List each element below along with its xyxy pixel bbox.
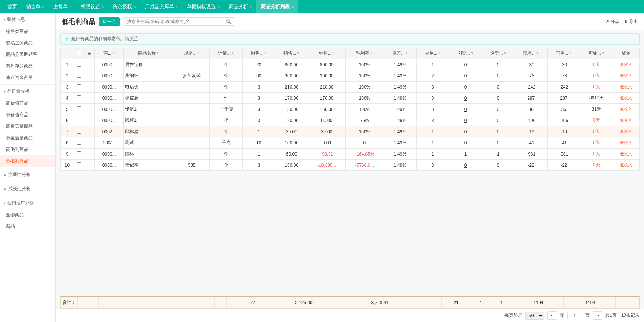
- th-cover-rate[interactable]: 覆盖...⇅: [384, 48, 416, 59]
- cell-browse1[interactable]: 0: [449, 70, 482, 82]
- nav-template-close[interactable]: ×: [217, 4, 220, 9]
- cell-checkbox[interactable]: [74, 115, 84, 126]
- nav-goods-analysis-close[interactable]: ×: [250, 4, 252, 9]
- cell-browse1[interactable]: 0: [449, 115, 482, 126]
- row-checkbox[interactable]: [77, 95, 81, 100]
- th-unit[interactable]: 计量...⇅: [210, 48, 243, 59]
- cell-browse1[interactable]: 0: [449, 93, 482, 104]
- sidebar-item-category-rate[interactable]: 商品分类助销率: [0, 49, 55, 60]
- row-checkbox[interactable]: [77, 62, 81, 67]
- nav-product-in[interactable]: 产成品入库单 ×: [141, 0, 182, 13]
- cell-name[interactable]: 鼠标垫: [124, 126, 174, 137]
- sidebar-item-traded-goods[interactable]: 交易过的商品: [0, 37, 55, 49]
- next-page-button[interactable]: ＞: [593, 311, 602, 320]
- th-saleable[interactable]: 可销...⇅: [580, 48, 613, 59]
- prev-page-button[interactable]: ＜: [547, 311, 557, 320]
- share-button[interactable]: ↗ 分享: [605, 19, 619, 25]
- nav-sales-close[interactable]: ×: [42, 4, 44, 9]
- cell-name[interactable]: 橡皮擦: [124, 93, 174, 104]
- select-all-checkbox[interactable]: [77, 51, 81, 55]
- sidebar-item-new-goods[interactable]: 新品: [0, 221, 55, 232]
- sidebar-item-high-value[interactable]: 高价值商品: [0, 98, 55, 109]
- cell-name[interactable]: 测试: [124, 137, 174, 149]
- cell-checkbox[interactable]: [74, 70, 84, 82]
- cell-browse1[interactable]: 0: [449, 126, 482, 137]
- th-code[interactable]: 商...⇅: [95, 48, 124, 59]
- th-settings[interactable]: ⚙: [84, 48, 95, 59]
- th-sales-price[interactable]: 销售...⇅: [275, 48, 308, 59]
- th-spec[interactable]: 规格...⇅: [174, 48, 209, 59]
- cell-checkbox[interactable]: [74, 93, 84, 104]
- cell-name[interactable]: 笔记本: [124, 160, 174, 171]
- cell-browse1[interactable]: 0: [449, 160, 482, 171]
- sidebar-item-low-coverage[interactable]: 低覆盖量商品: [0, 132, 55, 144]
- sidebar-item-low-profit[interactable]: 低毛利商品: [0, 155, 55, 167]
- sidebar-group-growth-title[interactable]: ▶ 成长性分析: [0, 183, 55, 195]
- th-browse1[interactable]: 浏览...⇅: [449, 48, 482, 59]
- row-checkbox[interactable]: [77, 151, 81, 156]
- cell-browse1[interactable]: 1: [449, 149, 482, 160]
- search-input[interactable]: [127, 19, 225, 24]
- filter-recent-month-button[interactable]: 近一月: [99, 17, 120, 26]
- nav-product-in-close[interactable]: ×: [176, 4, 178, 9]
- nav-purchase-close[interactable]: ×: [69, 4, 71, 9]
- cell-name[interactable]: 电话机: [124, 82, 174, 93]
- th-tag[interactable]: 标签: [613, 48, 639, 59]
- current-page-input[interactable]: [567, 312, 582, 319]
- nav-sales[interactable]: 销售单 ×: [22, 0, 49, 13]
- nav-goods-analysis-list-close[interactable]: ×: [291, 4, 294, 9]
- nav-role-close[interactable]: ×: [134, 4, 136, 9]
- nav-home[interactable]: 首页: [3, 0, 22, 13]
- row-checkbox[interactable]: [77, 162, 81, 167]
- row-checkbox[interactable]: [77, 129, 81, 134]
- th-browse2[interactable]: 浏览...⇅: [482, 48, 515, 59]
- cell-name[interactable]: 鼠标: [124, 149, 174, 160]
- cell-browse1[interactable]: 0: [449, 82, 482, 93]
- th-trade-count[interactable]: 交易...⇅: [416, 48, 449, 59]
- cell-checkbox[interactable]: [74, 59, 84, 70]
- th-name[interactable]: 商品名称⇅: [124, 48, 174, 59]
- sidebar-item-high-coverage[interactable]: 高覆盖量商品: [0, 121, 55, 132]
- search-box[interactable]: 🔍: [124, 17, 235, 26]
- per-page-select[interactable]: 50 100 200: [525, 312, 544, 320]
- nav-permission[interactable]: 权限设置 ×: [76, 0, 108, 13]
- cell-browse1[interactable]: 0: [449, 59, 482, 70]
- th-current-stock[interactable]: 现有...⇅: [515, 48, 547, 59]
- row-checkbox[interactable]: [77, 140, 81, 145]
- sidebar-group-marketing-title[interactable]: ▾ 营销推广分析: [0, 197, 55, 209]
- cell-browse1[interactable]: 0: [449, 104, 482, 115]
- cell-checkbox[interactable]: [74, 82, 84, 93]
- sidebar-item-all-goods[interactable]: 全部商品: [0, 209, 55, 221]
- sidebar-item-stock-capital[interactable]: 库存资金占用: [0, 72, 55, 83]
- sidebar-group-flow-title[interactable]: ▶ 流通性分析: [0, 169, 55, 181]
- cell-checkbox[interactable]: [74, 160, 84, 171]
- cell-checkbox[interactable]: [74, 137, 84, 149]
- row-checkbox[interactable]: [77, 73, 81, 78]
- nav-permission-close[interactable]: ×: [102, 4, 104, 9]
- nav-purchase[interactable]: 进货单 ×: [49, 0, 76, 13]
- cell-checkbox[interactable]: [74, 149, 84, 160]
- row-checkbox[interactable]: [77, 84, 81, 89]
- sidebar-item-sales-goods[interactable]: 销售类商品: [0, 26, 55, 37]
- nav-goods-analysis[interactable]: 商品分析 ×: [224, 0, 256, 13]
- cell-name[interactable]: 属性定价: [124, 59, 174, 70]
- nav-template[interactable]: 单据模板设置 ×: [182, 0, 224, 13]
- sidebar-item-low-value[interactable]: 低价值商品: [0, 109, 55, 121]
- settings-icon[interactable]: ⚙: [87, 51, 92, 56]
- th-gross-rate[interactable]: 毛利率⇅: [346, 48, 384, 59]
- cell-name[interactable]: 吴细细1: [124, 70, 174, 82]
- row-checkbox[interactable]: [77, 118, 81, 122]
- th-sales-qty[interactable]: 销售...⇅: [243, 48, 275, 59]
- cell-browse1[interactable]: 0: [449, 137, 482, 149]
- cell-name[interactable]: 铅笔1: [124, 104, 174, 115]
- table-container[interactable]: ⚙ 商...⇅ 商品名称⇅ 规格...⇅ 计量...⇅ 销售...⇅ 销售...…: [60, 48, 640, 293]
- th-available[interactable]: 可用...⇅: [547, 48, 580, 59]
- sidebar-item-stock-goods[interactable]: 有库存的商品: [0, 60, 55, 72]
- th-sales-profit[interactable]: 销售...⇅: [308, 48, 346, 59]
- row-checkbox[interactable]: [77, 106, 81, 111]
- export-button[interactable]: ⬇ 导出: [624, 19, 638, 25]
- cell-checkbox[interactable]: [74, 126, 84, 137]
- cell-name[interactable]: 鼠标1: [124, 115, 174, 126]
- sidebar-group-cluster-title[interactable]: ▾ 类群量分析: [0, 85, 55, 98]
- sidebar-group-overall-title[interactable]: ▾ 整体信息: [0, 13, 55, 26]
